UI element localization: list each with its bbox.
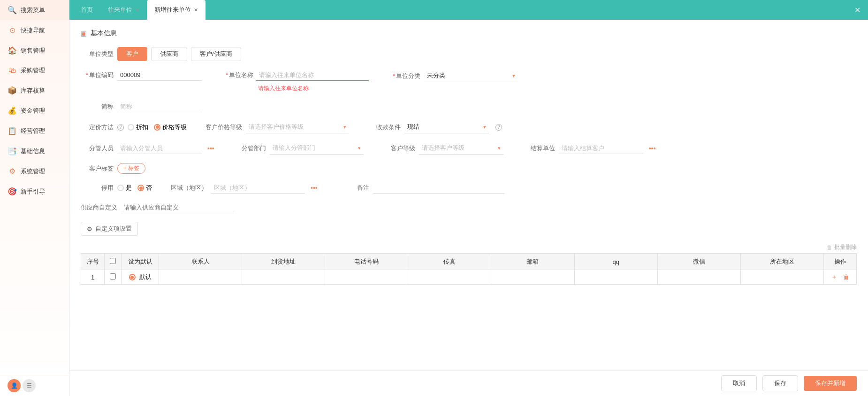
payment-question-icon[interactable]: ? — [495, 124, 502, 131]
disable-no-outer — [137, 185, 144, 191]
table-row: 1 默认 — [81, 270, 857, 285]
select-all-checkbox[interactable] — [110, 258, 116, 264]
save-button[interactable]: 保存 — [762, 375, 798, 391]
pricing-radio-level[interactable]: 价格等级 — [154, 123, 187, 132]
department-select[interactable]: 请输入分管部门 ▾ — [270, 142, 364, 155]
fax-input[interactable] — [413, 274, 486, 281]
pricing-question-icon[interactable]: ? — [117, 124, 124, 131]
pricing-row: 定价方法 ? 折扣 价格等级 — [81, 121, 857, 133]
col-checkbox — [105, 254, 122, 270]
guide-icon: 🎯 — [8, 187, 17, 196]
sidebar-item-search[interactable]: 🔍 搜索菜单 — [0, 0, 69, 20]
unit-name-input[interactable] — [256, 70, 369, 81]
tab-new-partner-close[interactable]: ✕ — [194, 7, 198, 13]
sidebar-user-icon[interactable]: 👤 — [8, 379, 21, 392]
settlement-unit-input[interactable] — [559, 143, 643, 154]
col-address: 到货地址 — [242, 254, 325, 270]
col-default: 设为默认 — [122, 254, 159, 270]
compass-icon: ⊙ — [8, 26, 17, 35]
unit-category-select[interactable]: 未分类 ▾ — [424, 70, 518, 82]
pricing-radio-group: 折扣 价格等级 — [128, 123, 187, 132]
area-input[interactable] — [211, 182, 305, 194]
col-action: 操作 — [824, 254, 857, 270]
cell-phone — [325, 270, 408, 285]
remark-field: 备注 — [336, 182, 504, 194]
region-input[interactable] — [746, 274, 819, 281]
manager-more-icon[interactable]: ••• — [207, 145, 214, 152]
unit-type-customer[interactable]: 客户 — [117, 47, 147, 61]
add-row-icon[interactable]: ＋ — [831, 273, 838, 280]
custom-settings-button[interactable]: ⚙ 自定义项设置 — [81, 222, 138, 236]
supplier-custom-row: 供应商自定义 — [81, 202, 857, 213]
tab-new-partner[interactable]: 新增往来单位 ✕ — [147, 0, 206, 20]
save-and-new-button[interactable]: 保存并新增 — [804, 376, 857, 391]
cell-default: 默认 — [122, 270, 159, 285]
qq-input[interactable] — [579, 274, 653, 281]
manager-input[interactable] — [117, 143, 202, 154]
sidebar-item-finance[interactable]: 💰 资金管理 — [0, 101, 69, 121]
sidebar-menu-icon[interactable]: ☰ — [23, 379, 36, 392]
sidebar-item-sales[interactable]: 🏠 销售管理 — [0, 40, 69, 61]
cell-checkbox — [105, 270, 122, 285]
settings-gear-icon: ⚙ — [87, 225, 92, 233]
unit-type-row: 单位类型 客户 供应商 客户/供应商 — [81, 47, 857, 61]
unit-code-input[interactable] — [117, 70, 202, 81]
payment-terms-select[interactable]: 现结 ▾ — [404, 121, 489, 133]
search-icon: 🔍 — [8, 6, 17, 15]
remark-input[interactable] — [373, 182, 504, 194]
batch-delete-icon: 🗑 — [827, 244, 832, 251]
customer-level-select[interactable]: 请选择客户等级 ▾ — [419, 142, 503, 155]
short-name-input[interactable] — [117, 101, 202, 112]
sidebar-item-basic[interactable]: 📑 基础信息 — [0, 141, 69, 161]
supplier-custom-field: 供应商自定义 — [81, 202, 234, 213]
tab-partners-close[interactable]: ✕ — [135, 7, 139, 13]
category-arrow-icon: ▾ — [512, 73, 515, 79]
cell-fax — [408, 270, 491, 285]
form-content: ▣ 基本信息 单位类型 客户 供应商 客户/供应商 *单位编码 — [69, 20, 868, 370]
email-input[interactable] — [496, 274, 569, 281]
supplier-custom-input[interactable] — [121, 202, 234, 213]
unit-type-supplier[interactable]: 供应商 — [151, 47, 187, 61]
price-level-arrow-icon: ▾ — [343, 124, 346, 130]
settlement-more-icon[interactable]: ••• — [649, 145, 656, 152]
discount-radio-outer — [128, 124, 134, 131]
sidebar-item-operations[interactable]: 📋 经营管理 — [0, 121, 69, 141]
contact-input[interactable] — [164, 274, 237, 281]
pricing-radio-discount[interactable]: 折扣 — [128, 123, 148, 132]
sidebar-item-inventory[interactable]: 📦 库存核算 — [0, 80, 69, 101]
sidebar-item-quick-nav[interactable]: ⊙ 快捷导航 — [0, 20, 69, 40]
cell-action: ＋ 🗑 — [824, 270, 857, 285]
wechat-input[interactable] — [662, 274, 736, 281]
sidebar-item-newbie[interactable]: 🎯 新手引导 — [0, 181, 69, 202]
unit-name-field: *单位名称 请输入往来单位名称 — [221, 70, 369, 93]
default-radio-inner — [130, 276, 134, 279]
phone-input[interactable] — [330, 274, 403, 281]
default-radio-outer — [129, 274, 136, 280]
delete-row-icon[interactable]: 🗑 — [843, 273, 849, 280]
disable-yes[interactable]: 是 — [117, 184, 132, 192]
info-icon: 📑 — [8, 147, 17, 155]
manager-field: 分管人员 ••• — [81, 143, 214, 154]
row-checkbox[interactable] — [109, 273, 116, 280]
area-more-icon[interactable]: ••• — [311, 184, 318, 192]
sidebar-item-system[interactable]: ⚙ 系统管理 — [0, 161, 69, 181]
unit-type-both[interactable]: 客户/供应商 — [191, 47, 241, 61]
customer-price-level-select[interactable]: 请选择客户价格等级 ▾ — [246, 121, 349, 133]
short-name-field: 简称 — [81, 101, 202, 112]
cancel-button[interactable]: 取消 — [721, 375, 757, 391]
tab-partners[interactable]: 往来单位 ✕ — [100, 0, 147, 20]
default-radio[interactable]: 默认 — [126, 273, 154, 281]
money-icon: 💰 — [8, 106, 17, 115]
add-tag-button[interactable]: + 标签 — [117, 163, 145, 174]
disable-row: 停用 是 否 区域（地区） — [81, 182, 857, 194]
cell-address — [242, 270, 325, 285]
batch-delete-label[interactable]: 批量删除 — [834, 243, 857, 251]
tab-home[interactable]: 首页 — [73, 0, 100, 20]
gear-icon: ⚙ — [8, 167, 17, 176]
unit-info-row: *单位编码 *单位名称 请输入往来单位名称 *单位分类 未分类 ▾ — [81, 70, 857, 93]
address-input[interactable] — [247, 274, 320, 281]
sidebar-item-purchase[interactable]: 🛍 采购管理 — [0, 61, 69, 80]
sidebar: 🔍 搜索菜单 ⊙ 快捷导航 🏠 销售管理 🛍 采购管理 📦 库存核算 💰 资金管… — [0, 0, 69, 396]
close-all-tabs[interactable]: ✕ — [851, 6, 864, 15]
disable-no[interactable]: 否 — [137, 184, 152, 192]
